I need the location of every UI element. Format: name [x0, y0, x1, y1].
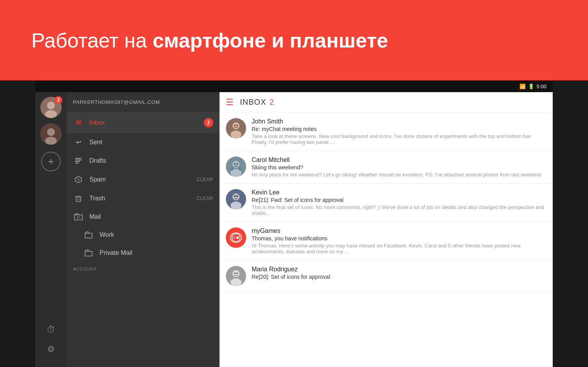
- nav-items: ✉ Inbox 2 ↩ Sent: [67, 113, 220, 367]
- svg-point-27: [236, 163, 238, 165]
- add-account-button[interactable]: +: [41, 152, 61, 171]
- svg-rect-9: [75, 163, 78, 164]
- email-subject: Thomas, you have notifications: [252, 235, 546, 242]
- nav-item-drafts[interactable]: Drafts: [67, 151, 220, 170]
- svg-point-45: [234, 273, 236, 274]
- sent-label: Sent: [89, 139, 213, 146]
- email-list-panel: ☰ INBOX 2: [220, 92, 553, 367]
- history-icon[interactable]: ⏱: [47, 325, 55, 335]
- svg-point-33: [234, 196, 236, 197]
- nav-item-sent[interactable]: ↩ Sent: [67, 133, 220, 151]
- email-items-list: John Smith Re: myChat meeting notes Take…: [220, 113, 553, 367]
- svg-rect-35: [233, 194, 239, 196]
- svg-rect-7: [75, 160, 82, 160]
- nav-panel: PARKERTHOMAS87@GMAIL.COM ✉ Inbox 2 ↩ Sen…: [67, 92, 220, 367]
- nav-item-inbox[interactable]: ✉ Inbox 2: [67, 113, 220, 133]
- battery-icon: 🔋: [528, 84, 534, 89]
- trash-clear-button[interactable]: CLEAR: [196, 196, 213, 201]
- mail-label: Mail: [89, 213, 213, 220]
- svg-point-44: [230, 278, 241, 286]
- avatar: [226, 118, 246, 138]
- account-badge-1: 2: [54, 96, 62, 104]
- svg-rect-29: [239, 167, 241, 171]
- svg-point-39: [236, 236, 239, 239]
- spam-clear-button[interactable]: CLEAR: [196, 177, 213, 182]
- settings-icon[interactable]: ⚙: [47, 344, 55, 354]
- inbox-badge: 2: [204, 118, 213, 127]
- avatar: [226, 156, 246, 177]
- mail-folder-icon: [73, 213, 84, 220]
- device-frame: 📶 🔋 5:00 2: [35, 80, 553, 367]
- work-label: Work: [100, 231, 213, 238]
- device-wrapper: 📶 🔋 5:00 2: [0, 80, 588, 367]
- nav-email-address: PARKERTHOMAS87@GMAIL.COM: [73, 99, 160, 105]
- email-subject: Skiing this weekend?: [252, 164, 546, 171]
- svg-point-21: [234, 125, 236, 126]
- account-avatar-1[interactable]: 2: [40, 97, 62, 118]
- svg-point-43: [232, 270, 240, 277]
- private-mail-folder-icon: [83, 249, 94, 256]
- svg-point-2: [45, 110, 57, 118]
- svg-point-46: [236, 273, 238, 274]
- table-row[interactable]: Maria Rodriguez Re[20]: Set of icons for…: [220, 260, 553, 292]
- svg-point-26: [234, 163, 236, 165]
- drafts-label: Drafts: [89, 157, 213, 164]
- avatar: [226, 227, 246, 248]
- svg-rect-8: [75, 161, 80, 162]
- trash-icon: [73, 194, 84, 202]
- nav-item-trash[interactable]: Trash CLEAR: [67, 189, 220, 208]
- avatar: [226, 189, 246, 209]
- svg-rect-6: [75, 158, 82, 159]
- account-avatar-2[interactable]: [40, 124, 62, 145]
- avatar: [226, 266, 246, 286]
- app-content: 2 +: [35, 92, 553, 367]
- sent-icon: ↩: [73, 138, 84, 146]
- table-row[interactable]: Kevin Lee Re[21]: Fwd: Set of icons for …: [220, 184, 553, 222]
- spam-label: Spam: [89, 176, 196, 183]
- email-preview: Hi! Any plans for the weekend? Let's go …: [252, 172, 546, 178]
- email-body: Kevin Lee Re[21]: Fwd: Set of icons for …: [252, 189, 546, 216]
- svg-point-32: [230, 202, 241, 209]
- inbox-title: INBOX: [240, 98, 266, 107]
- spam-icon: [73, 176, 84, 184]
- plus-icon: +: [48, 155, 54, 168]
- svg-rect-11: [76, 197, 81, 202]
- top-banner: Работает на смартфоне и планшете: [0, 0, 588, 80]
- hamburger-menu-icon[interactable]: ☰: [226, 97, 234, 107]
- drafts-icon: [73, 157, 84, 165]
- avatar-image-2: [40, 124, 62, 145]
- email-sender: Kevin Lee: [252, 189, 546, 196]
- email-body: Carol Mitchell Skiing this weekend? Hi! …: [252, 156, 546, 178]
- email-sender: John Smith: [252, 118, 546, 125]
- svg-point-1: [47, 102, 55, 109]
- table-row[interactable]: myGames Thomas, you have notifications H…: [220, 222, 553, 260]
- email-subject: Re[21]: Fwd: Set of icons for approval: [252, 197, 546, 203]
- email-preview: Hi Thomas, Here's some activity you may …: [252, 243, 546, 254]
- svg-rect-28: [231, 167, 233, 171]
- table-row[interactable]: Carol Mitchell Skiing this weekend? Hi! …: [220, 151, 553, 184]
- email-body: John Smith Re: myChat meeting notes Take…: [252, 118, 546, 145]
- nav-item-spam[interactable]: Spam CLEAR: [67, 170, 220, 189]
- nav-item-mail[interactable]: Mail: [67, 208, 220, 226]
- email-preview: This is the final set of icons. No more …: [252, 204, 546, 216]
- svg-point-20: [230, 131, 241, 138]
- inbox-count: 2: [269, 98, 274, 107]
- svg-point-31: [232, 193, 240, 200]
- svg-point-34: [236, 196, 238, 197]
- email-sender: myGames: [252, 227, 546, 234]
- email-preview: Take a look at these screens. New cool b…: [252, 133, 546, 145]
- table-row[interactable]: John Smith Re: myChat meeting notes Take…: [220, 113, 553, 151]
- email-list-header: ☰ INBOX 2: [220, 92, 553, 113]
- banner-text: Работает на смартфоне и планшете: [31, 29, 388, 52]
- email-subject: Re[20]: Set of icons for approval: [252, 274, 546, 280]
- signal-icon: 📶: [519, 84, 526, 89]
- nav-item-private-mail[interactable]: Private Mail: [67, 244, 220, 262]
- email-sender: Maria Rodriguez: [252, 266, 546, 273]
- inbox-icon: ✉: [73, 118, 84, 127]
- private-mail-label: Private Mail: [100, 249, 213, 256]
- nav-item-work[interactable]: Work: [67, 226, 220, 244]
- email-body: myGames Thomas, you have notifications H…: [252, 227, 546, 254]
- status-icons: 📶 🔋 5:00: [519, 84, 546, 89]
- svg-point-19: [232, 122, 240, 129]
- svg-point-24: [232, 161, 240, 168]
